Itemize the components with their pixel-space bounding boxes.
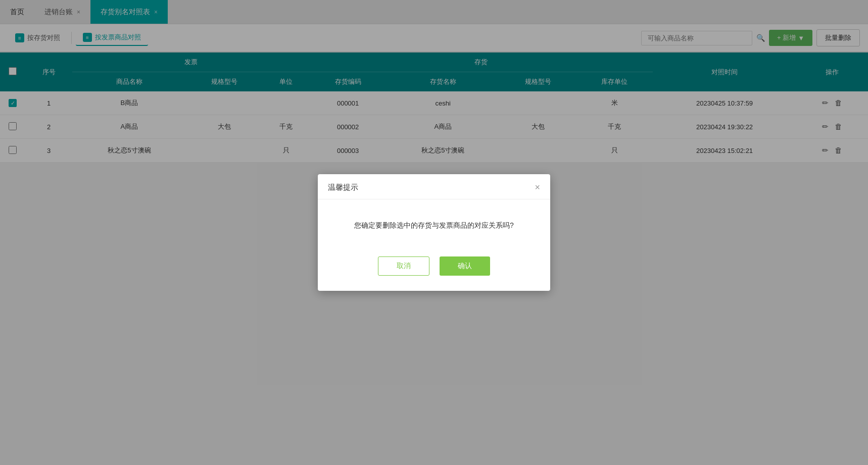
overlay: 温馨提示 × 您确定要删除选中的存货与发票商品的对应关系吗? 取消 确认: [0, 0, 868, 465]
dialog-title: 温馨提示: [328, 183, 358, 192]
dialog-close-button[interactable]: ×: [535, 182, 540, 193]
dialog-cancel-button[interactable]: 取消: [378, 256, 429, 276]
dialog-body: 您确定要删除选中的存货与发票商品的对应关系吗?: [318, 199, 550, 246]
dialog-confirm-button[interactable]: 确认: [440, 256, 490, 276]
dialog-footer: 取消 确认: [318, 246, 550, 291]
dialog-message: 您确定要删除选中的存货与发票商品的对应关系吗?: [354, 221, 514, 229]
dialog-header: 温馨提示 ×: [318, 174, 550, 199]
dialog: 温馨提示 × 您确定要删除选中的存货与发票商品的对应关系吗? 取消 确认: [318, 174, 550, 290]
